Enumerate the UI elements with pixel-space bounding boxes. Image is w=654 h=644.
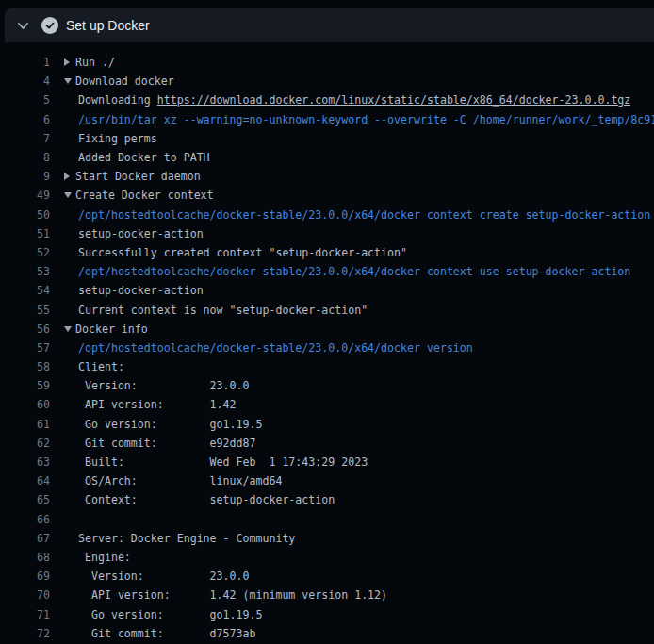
log-text: Server: Docker Engine - Community xyxy=(78,532,295,545)
log-text: OS/Arch: linux/amd64 xyxy=(78,474,282,487)
line-number[interactable]: 54 xyxy=(0,284,50,297)
line-number[interactable]: 66 xyxy=(0,513,50,526)
line-number[interactable]: 56 xyxy=(0,322,50,336)
log-command-text: /usr/bin/tar xz --warning=no-unknown-key… xyxy=(78,113,654,126)
log-line: 7 Fixing perms xyxy=(0,129,654,148)
line-number[interactable]: 65 xyxy=(0,493,50,506)
line-number[interactable]: 53 xyxy=(0,265,50,278)
line-number[interactable]: 49 xyxy=(0,189,50,202)
log-line-content: Run ./ xyxy=(64,56,115,69)
log-text: Create Docker context xyxy=(75,189,214,202)
line-number[interactable]: 67 xyxy=(0,532,50,545)
log-line-content: Engine: xyxy=(78,551,131,564)
log-line-content: Built: Wed Feb 1 17:43:29 2023 xyxy=(78,455,368,469)
log-line-content: Version: 23.0.0 xyxy=(78,570,249,583)
line-number[interactable]: 69 xyxy=(0,570,50,583)
log-line-content: Context: setup-docker-action xyxy=(78,493,335,506)
line-number[interactable]: 9 xyxy=(0,170,50,183)
line-number[interactable]: 5 xyxy=(0,93,50,107)
log-line: 9 Start Docker daemon xyxy=(0,167,654,186)
line-number[interactable]: 1 xyxy=(0,56,50,69)
log-line-content: Version: 23.0.0 xyxy=(78,379,249,392)
log-line: 57 /opt/hostedtoolcache/docker-stable/23… xyxy=(0,339,654,357)
log-line: 72 Git commit: d7573ab xyxy=(0,624,654,643)
log-line: 61 Go version: go1.19.5 xyxy=(0,415,654,434)
log-line: 70 API version: 1.42 (minimum version 1.… xyxy=(0,586,654,604)
log-line: 63 Built: Wed Feb 1 17:43:29 2023 xyxy=(0,453,654,471)
log-text: Docker info xyxy=(75,322,148,336)
chevron-down-icon[interactable] xyxy=(17,19,29,31)
line-number[interactable]: 64 xyxy=(0,474,50,487)
log-line-content: /opt/hostedtoolcache/docker-stable/23.0.… xyxy=(78,341,473,355)
line-number[interactable]: 68 xyxy=(0,551,50,564)
log-text: Built: Wed Feb 1 17:43:29 2023 xyxy=(78,455,368,469)
line-number[interactable]: 62 xyxy=(0,437,50,450)
log-line-content: Docker info xyxy=(64,322,148,336)
log-line: 6 /usr/bin/tar xz --warning=no-unknown-k… xyxy=(0,110,654,129)
line-number[interactable]: 55 xyxy=(0,304,50,317)
log-text: Start Docker daemon xyxy=(75,170,201,183)
log-line-content: setup-docker-action xyxy=(78,284,204,297)
log-line: 55 Current context is now "setup-docker-… xyxy=(0,300,654,319)
line-number[interactable]: 71 xyxy=(0,608,50,621)
log-text: Engine: xyxy=(78,551,131,564)
log-line: 71 Go version: go1.19.5 xyxy=(0,604,654,623)
log-line: 58 Client: xyxy=(0,357,654,376)
log-line: 8 Added Docker to PATH xyxy=(0,148,654,167)
log-line-content: setup-docker-action xyxy=(78,227,204,240)
log-text: API version: 1.42 xyxy=(78,398,237,411)
log-text: Fixing perms xyxy=(78,132,157,145)
log-line-content: API version: 1.42 xyxy=(78,398,237,411)
line-number[interactable]: 58 xyxy=(0,360,50,373)
log-line-content: Start Docker daemon xyxy=(64,170,201,183)
line-number[interactable]: 59 xyxy=(0,379,50,392)
group-chevron-expanded-icon[interactable] xyxy=(64,78,75,84)
line-number[interactable]: 51 xyxy=(0,227,50,240)
log-text: setup-docker-action xyxy=(78,227,204,240)
line-number[interactable]: 70 xyxy=(0,588,50,602)
line-number[interactable]: 4 xyxy=(0,74,50,88)
log-text: setup-docker-action xyxy=(78,284,204,297)
log-command-text: /opt/hostedtoolcache/docker-stable/23.0.… xyxy=(78,341,473,355)
line-number[interactable]: 60 xyxy=(0,398,50,411)
log-line: 49 Create Docker context xyxy=(0,186,654,205)
log-line-content: OS/Arch: linux/amd64 xyxy=(78,474,282,487)
log-text: Added Docker to PATH xyxy=(78,151,210,164)
line-number[interactable]: 6 xyxy=(0,113,50,126)
log-line-content: Successfully created context "setup-dock… xyxy=(78,246,407,259)
group-chevron-expanded-icon[interactable] xyxy=(64,326,75,332)
line-number[interactable]: 72 xyxy=(0,627,50,640)
log-line-content: Create Docker context xyxy=(64,189,214,202)
log-link[interactable]: https://download.docker.com/linux/static… xyxy=(157,93,631,107)
line-number[interactable]: 50 xyxy=(0,208,50,222)
line-number[interactable]: 63 xyxy=(0,455,50,469)
log-text: API version: 1.42 (minimum version 1.12) xyxy=(78,588,387,602)
log-line-content: Git commit: e92dd87 xyxy=(78,437,255,450)
line-number[interactable]: 52 xyxy=(0,246,50,259)
group-chevron-collapsed-icon[interactable] xyxy=(64,58,75,66)
line-number[interactable]: 57 xyxy=(0,341,50,355)
log-line: 54 setup-docker-action xyxy=(0,281,654,300)
log-line-content: Server: Docker Engine - Community xyxy=(78,532,295,545)
log-text: Current context is now "setup-docker-act… xyxy=(78,304,368,317)
log-text: Downloading xyxy=(78,93,157,107)
group-chevron-expanded-icon[interactable] xyxy=(64,192,75,198)
log-line: 56 Docker info xyxy=(0,320,654,339)
log-area: 1 Run ./ 4 Download docker 5 Downloading… xyxy=(0,53,654,643)
log-line-content: Go version: go1.19.5 xyxy=(78,608,262,621)
step-header[interactable]: Set up Docker xyxy=(5,8,654,42)
line-number[interactable]: 7 xyxy=(0,132,50,145)
line-number[interactable]: 61 xyxy=(0,418,50,431)
log-text: Context: setup-docker-action xyxy=(78,493,335,506)
log-line: 53 /opt/hostedtoolcache/docker-stable/23… xyxy=(0,262,654,281)
log-text: Git commit: e92dd87 xyxy=(78,437,255,450)
log-line-content: Git commit: d7573ab xyxy=(78,627,255,640)
log-line: 52 Successfully created context "setup-d… xyxy=(0,243,654,262)
line-number[interactable]: 8 xyxy=(0,151,50,164)
log-line-content: Download docker xyxy=(64,74,174,88)
log-line: 69 Version: 23.0.0 xyxy=(0,567,654,586)
step-title: Set up Docker xyxy=(66,18,150,33)
group-chevron-collapsed-icon[interactable] xyxy=(64,173,75,180)
log-text: Version: 23.0.0 xyxy=(78,379,249,392)
log-line: 67 Server: Docker Engine - Community xyxy=(0,529,654,548)
